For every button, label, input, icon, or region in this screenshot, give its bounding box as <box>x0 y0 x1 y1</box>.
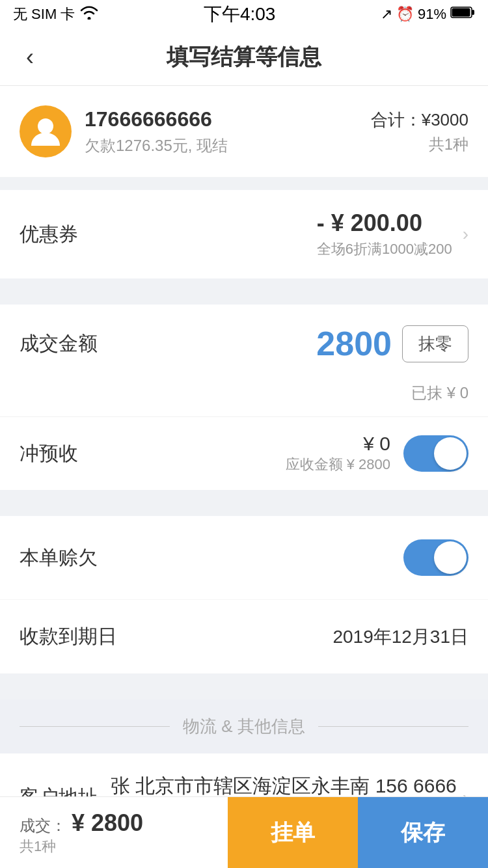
coupon-right-values: - ¥ 200.00 全场6折满1000减200 <box>317 210 452 259</box>
bottom-bar: 成交： ¥ 2800 共1种 挂单 保存 <box>0 796 488 868</box>
advance-right: ¥ 0 应收金额 ¥ 2800 <box>286 433 468 474</box>
logistics-divider: 物流 & 其他信息 <box>0 699 488 753</box>
deal-right: 2800 抹零 <box>316 324 468 363</box>
content-area: 17666666666 欠款1276.35元, 现结 合计：¥3000 共1种 … <box>0 86 488 868</box>
customer-subtext: 欠款1276.35元, 现结 <box>85 135 228 156</box>
customer-card: 17666666666 欠款1276.35元, 现结 合计：¥3000 共1种 <box>0 86 488 177</box>
bottom-count: 共1种 <box>20 837 208 856</box>
status-right: ↗ ⏰ 91% <box>381 6 475 23</box>
divider-gap-2 <box>0 503 488 516</box>
back-button[interactable]: ‹ <box>20 37 40 77</box>
deferred-row: 本单赊欠 <box>0 516 488 600</box>
deferred-toggle-knob <box>434 541 467 574</box>
round-zero-button[interactable]: 抹零 <box>402 325 468 362</box>
coupon-label: 优惠券 <box>20 221 78 248</box>
due-date-row: 收款到期日 2019年12月31日 <box>0 600 488 673</box>
customer-total: 合计：¥3000 共1种 <box>371 109 468 155</box>
avatar <box>20 105 72 157</box>
coupon-section: 优惠券 - ¥ 200.00 全场6折满1000减200 › <box>0 190 488 278</box>
customer-left: 17666666666 欠款1276.35元, 现结 <box>20 105 228 157</box>
svg-point-3 <box>38 118 53 134</box>
divider-text: 物流 & 其他信息 <box>183 715 305 738</box>
total-amount: ¥3000 <box>422 110 468 129</box>
bottom-summary: 成交： ¥ 2800 共1种 <box>0 809 228 856</box>
deferred-toggle[interactable] <box>403 539 468 576</box>
customer-info: 17666666666 欠款1276.35元, 现结 <box>85 107 228 156</box>
alarm-icon: ⏰ <box>396 6 414 23</box>
battery-icon <box>450 6 475 23</box>
due-date-value: 2019年12月31日 <box>332 625 468 649</box>
coupon-desc: 全场6折满1000减200 <box>317 239 452 259</box>
svg-rect-2 <box>452 8 470 17</box>
deferred-label: 本单赊欠 <box>20 545 98 571</box>
page-title: 填写结算等信息 <box>167 42 321 72</box>
bottom-deal-row: 成交： ¥ 2800 <box>20 809 208 837</box>
battery-text: 91% <box>418 6 446 23</box>
deal-sub: 已抹 ¥ 0 <box>0 383 488 416</box>
svg-rect-1 <box>472 10 474 15</box>
deal-row: 成交金额 2800 抹零 <box>0 305 488 383</box>
bottom-deal-label: 成交： <box>20 815 66 836</box>
deal-amount: 2800 <box>316 324 392 363</box>
total-label: 合计：¥3000 <box>371 109 468 131</box>
info-section: 本单赊欠 收款到期日 2019年12月31日 <box>0 516 488 673</box>
advance-sub: 应收金额 ¥ 2800 <box>286 455 390 474</box>
save-button[interactable]: 保存 <box>358 797 488 869</box>
customer-phone: 17666666666 <box>85 107 228 131</box>
coupon-right: - ¥ 200.00 全场6折满1000减200 › <box>317 210 468 259</box>
total-count: 共1种 <box>371 134 468 155</box>
deal-section: 成交金额 2800 抹零 已抹 ¥ 0 冲预收 ¥ 0 应收金额 ¥ 2800 <box>0 305 488 490</box>
pending-button[interactable]: 挂单 <box>228 797 358 869</box>
status-time: 下午4:03 <box>204 2 276 27</box>
divider-line-right <box>318 726 468 727</box>
status-bar: 无 SIM 卡 下午4:03 ↗ ⏰ 91% <box>0 0 488 29</box>
wifi-icon <box>80 5 98 23</box>
deal-label: 成交金额 <box>20 331 98 357</box>
coupon-amount: - ¥ 200.00 <box>317 210 452 237</box>
advance-values: ¥ 0 应收金额 ¥ 2800 <box>286 433 390 474</box>
divider-gap-1 <box>0 292 488 305</box>
advance-row: 冲预收 ¥ 0 应收金额 ¥ 2800 <box>0 416 488 490</box>
status-left: 无 SIM 卡 <box>13 5 98 24</box>
chevron-right-icon: › <box>463 224 468 245</box>
coupon-row[interactable]: 优惠券 - ¥ 200.00 全场6折满1000减200 › <box>0 190 488 278</box>
divider-gap-3 <box>0 686 488 699</box>
nav-bar: ‹ 填写结算等信息 <box>0 29 488 86</box>
advance-toggle[interactable] <box>403 435 468 472</box>
divider-line-left <box>20 726 170 727</box>
bottom-deal-amount: ¥ 2800 <box>72 809 143 837</box>
due-date-label: 收款到期日 <box>20 623 117 650</box>
toggle-knob <box>434 437 467 470</box>
advance-label: 冲预收 <box>20 441 78 467</box>
no-sim-text: 无 SIM 卡 <box>13 5 75 24</box>
location-icon: ↗ <box>381 6 392 23</box>
advance-amount: ¥ 0 <box>286 433 390 455</box>
